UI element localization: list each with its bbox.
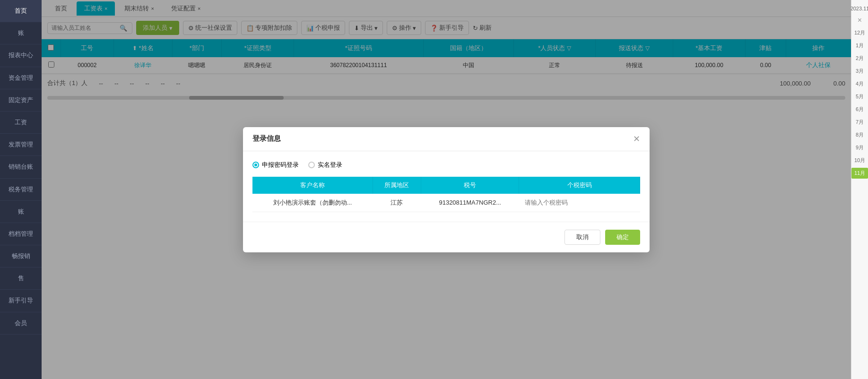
sidebar-item-invoice[interactable]: 发票管理 (0, 134, 42, 156)
sidebar-item-sales[interactable]: 销销台账 (0, 156, 42, 178)
dialog-table-row: 刘小艳演示账套（勿删勿动... 江苏 91320811MA7NGR2... (252, 194, 640, 212)
dialog-col-client: 客户名称 (252, 177, 373, 194)
radio-group: 申报密码登录 实名登录 (252, 161, 640, 169)
month-item-3[interactable]: 3月 (851, 66, 868, 77)
login-dialog: 登录信息 ✕ 申报密码登录 实名登录 (243, 127, 650, 252)
month-item-11[interactable]: 11月 (851, 168, 868, 179)
dialog-title: 登录信息 (252, 134, 281, 143)
month-item-6[interactable]: 6月 (851, 104, 868, 115)
right-panel: 2023.11 × 12月 1月 2月 3月 4月 5月 6月 7月 8月 9月… (851, 0, 868, 379)
modal-overlay: 登录信息 ✕ 申报密码登录 实名登录 (42, 0, 851, 379)
dialog-cell-client: 刘小艳演示账套（勿删勿动... (252, 194, 373, 212)
month-item-8[interactable]: 8月 (851, 129, 868, 140)
dialog-header: 登录信息 ✕ (243, 127, 650, 151)
sidebar-item-report[interactable]: 报表中心 (0, 44, 42, 67)
sidebar-item-expense[interactable]: 畅报销 (0, 245, 42, 267)
radio-checked-icon (252, 162, 259, 168)
radio-real-name[interactable]: 实名登录 (308, 161, 342, 169)
dialog-cell-password[interactable] (519, 194, 640, 212)
dialog-body: 申报密码登录 实名登录 客户名称 所属地区 税号 个税密码 (243, 151, 650, 222)
sidebar-item-fund[interactable]: 资金管理 (0, 67, 42, 89)
sidebar-item-archive[interactable]: 档档管理 (0, 223, 42, 245)
dialog-col-taxno: 税号 (421, 177, 519, 194)
confirm-button[interactable]: 确定 (605, 230, 640, 245)
dialog-col-password: 个税密码 (519, 177, 640, 194)
month-item-5[interactable]: 5月 (851, 91, 868, 102)
main-area: 首页 工资表 × 期末结转 × 凭证配置 × 🔍 添加人员 ▾ ⚙ 统一社保设置 (42, 0, 851, 379)
right-panel-close[interactable]: × (858, 15, 862, 26)
sidebar-item-ledger[interactable]: 账 (0, 201, 42, 223)
sidebar-item-guide[interactable]: 新手引导 (0, 290, 42, 312)
dialog-close-icon[interactable]: ✕ (633, 134, 640, 144)
sidebar-item-home[interactable]: 首页 (0, 0, 42, 22)
tax-password-input[interactable] (525, 199, 634, 206)
cancel-button[interactable]: 取消 (564, 230, 600, 245)
month-item-9[interactable]: 9月 (851, 142, 868, 153)
month-item-4[interactable]: 4月 (851, 78, 868, 89)
radio-unchecked-icon (308, 162, 315, 168)
dialog-footer: 取消 确定 (243, 222, 650, 252)
sidebar-item-payroll[interactable]: 工资 (0, 112, 42, 134)
login-info-table: 客户名称 所属地区 税号 个税密码 刘小艳演示账套（勿删勿动... 江苏 913… (252, 177, 640, 212)
month-item-2[interactable]: 2月 (851, 53, 868, 64)
dialog-col-region: 所属地区 (373, 177, 421, 194)
month-item-10[interactable]: 10月 (851, 155, 868, 166)
radio-declaration-password[interactable]: 申报密码登录 (252, 161, 299, 169)
year-label: 2023.11 (851, 4, 868, 13)
sidebar-item-sale2[interactable]: 售 (0, 267, 42, 290)
sidebar-item-member[interactable]: 会员 (0, 312, 42, 335)
dialog-cell-region: 江苏 (373, 194, 421, 212)
month-item-7[interactable]: 7月 (851, 117, 868, 128)
dialog-cell-taxno: 91320811MA7NGR2... (421, 194, 519, 212)
month-item-1[interactable]: 1月 (851, 40, 868, 51)
sidebar-item-account[interactable]: 账 (0, 22, 42, 44)
sidebar: 首页 账 报表中心 资金管理 固定资产 工资 发票管理 销销台账 税务管理 账 … (0, 0, 42, 379)
month-item-12[interactable]: 12月 (851, 27, 868, 38)
sidebar-item-tax[interactable]: 税务管理 (0, 179, 42, 201)
sidebar-item-assets[interactable]: 固定资产 (0, 89, 42, 112)
